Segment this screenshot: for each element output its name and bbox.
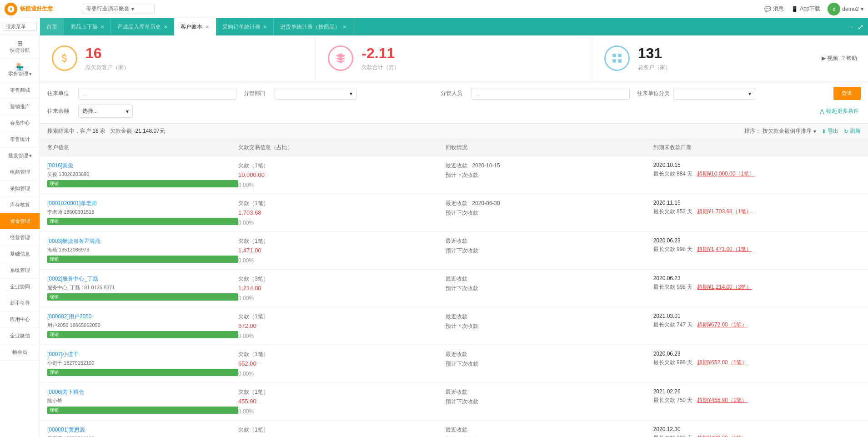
filter-select-balance[interactable]: 选择... ▾ bbox=[78, 105, 133, 118]
sidebar-item-inventory[interactable]: 库存核算 bbox=[0, 197, 40, 213]
search-button[interactable]: 查询 bbox=[833, 87, 861, 100]
stat-card-debt-customers: 16 总欠款客户（家） bbox=[40, 35, 316, 81]
help-btn[interactable]: ? 帮助 bbox=[842, 55, 857, 62]
customer-name-1[interactable]: [0001020001]孝老师 bbox=[47, 200, 238, 207]
sidebar-item-member[interactable]: 会员中心 bbox=[0, 115, 40, 131]
customer-name-4[interactable]: [000002]用户2050 bbox=[47, 313, 238, 321]
recovery-info-7: 最近收款 预计下次收款 bbox=[446, 426, 653, 437]
customer-phone-4: 用户2050 18665062050 bbox=[47, 322, 238, 329]
tab-close-purchase-stats[interactable]: × bbox=[263, 23, 267, 30]
stat-icon-total-customers bbox=[603, 45, 631, 72]
message-btn[interactable]: 💬 消息 bbox=[764, 5, 784, 13]
sidebar-item-ecommerce[interactable]: 电商管理 bbox=[0, 164, 40, 181]
sidebar-item-newbie[interactable]: 新手引导 bbox=[0, 295, 40, 311]
top-bar: 畅捷通好生意 母婴行业演示账套 ▾ 💬 消息 📱 App下载 d demo2 ▾ bbox=[0, 0, 868, 18]
tab-product-shelf[interactable]: 商品上下架 × bbox=[64, 18, 111, 35]
sidebar-item-finance[interactable]: 资金管理 bbox=[0, 213, 40, 230]
overdue-date-3: 2020.06.23 bbox=[653, 275, 861, 281]
tab-product-history[interactable]: 产成品入库单历史 × bbox=[111, 18, 174, 35]
overdue-info-7: 2020.12.30 最长欠款 808 天 超期¥429.00（1笔） bbox=[653, 426, 861, 437]
sidebar-item-marketing[interactable]: 营销推广 bbox=[0, 99, 40, 115]
debt-amount-2: 1,471.00 bbox=[238, 247, 446, 254]
sidebar-item-wechat[interactable]: 企业微信 bbox=[0, 328, 40, 344]
filter-field-balance: 往来余额 选择... ▾ bbox=[47, 105, 426, 118]
overdue-link-4[interactable]: 超期¥672.00（1笔） bbox=[697, 321, 747, 328]
customer-name-5[interactable]: [0007]小进干 bbox=[47, 351, 238, 358]
sidebar-item-basic[interactable]: 基础信息 bbox=[0, 246, 40, 262]
minimize-btn[interactable]: － bbox=[847, 22, 854, 32]
filter-input-person[interactable]: ... bbox=[472, 88, 630, 100]
sidebar-item-quick-nav[interactable]: ⊞ 快捷导航 bbox=[0, 35, 40, 59]
filter-label-dept: 分管部门 bbox=[244, 90, 271, 97]
overdue-link-3[interactable]: 超期¥1,214.00（3笔） bbox=[697, 284, 752, 290]
sidebar-search-input[interactable] bbox=[3, 22, 37, 31]
content-area: 首页 商品上下架 × 产成品入库单历史 × 客户账本 × 采购订单统计表 × bbox=[40, 18, 868, 437]
tab-close-product-shelf[interactable]: × bbox=[100, 23, 104, 30]
sidebar-item-retail-mgmt[interactable]: 🏪 零售管理 ▾ bbox=[0, 59, 40, 82]
col-header-recovery: 回收情况 bbox=[446, 144, 653, 151]
customer-tag-5: 现销 bbox=[47, 369, 238, 376]
overdue-date-1: 2020.11.15 bbox=[653, 200, 861, 206]
customer-name-7[interactable]: [000001]黄思源 bbox=[47, 426, 238, 434]
customer-name-6[interactable]: [0006]去下粮仓 bbox=[47, 388, 238, 396]
tab-purchase-stats[interactable]: 采购订单统计表 × bbox=[216, 18, 274, 35]
sidebar-item-enterprise[interactable]: 企业协同 bbox=[0, 279, 40, 295]
recovery-info-1: 最近收款 2020-06-30 预计下次收款 bbox=[446, 200, 653, 217]
customer-phone-5: 小进干 18279152100 bbox=[47, 360, 238, 367]
overdue-link-6[interactable]: 超期¥455.90（1笔） bbox=[697, 397, 747, 403]
results-bar: 搜索结果中，客户 16 家 欠款金额 -21,148.07元 排序： 按欠款金额… bbox=[40, 124, 868, 139]
export-btn[interactable]: ⬇ 导出 bbox=[822, 127, 838, 135]
customer-name-3[interactable]: [0002]服务中心_丁磊 bbox=[47, 275, 238, 283]
filter-select-category[interactable]: ▾ bbox=[673, 88, 755, 100]
sidebar-item-business[interactable]: 经营管理 bbox=[0, 230, 40, 246]
filter-label-category: 往来单位分类 bbox=[637, 90, 670, 97]
tab-purchase-summary[interactable]: 进货单统计表（按商品） × bbox=[274, 18, 353, 35]
customer-tag-1: 现销 bbox=[47, 218, 238, 225]
video-btn[interactable]: ▶ 视频 bbox=[822, 55, 838, 62]
overdue-link-2[interactable]: 超期¥1,471.00（1笔） bbox=[697, 246, 752, 252]
table-row: [0001020001]孝老师 李老师 18600391516 现销 欠款（1笔… bbox=[40, 194, 868, 232]
filter-select-dept[interactable]: ▾ bbox=[275, 88, 356, 100]
sidebar-item-retail-store[interactable]: 零售商城 bbox=[0, 82, 40, 99]
recovery-info-5: 最近收款 预计下次收款 bbox=[446, 351, 653, 368]
customer-name-0[interactable]: [0016]吴俊 bbox=[47, 162, 238, 170]
overdue-days-4: 最长欠款 747 天 超期¥672.00（1笔） bbox=[653, 321, 861, 329]
sidebar-item-apps[interactable]: 应用中心 bbox=[0, 311, 40, 328]
overdue-link-1[interactable]: 超期¥1,703.68（1笔） bbox=[697, 208, 752, 215]
filter-input-unit[interactable]: ... bbox=[78, 88, 236, 100]
filter-field-person: 分管人员 ... bbox=[441, 88, 630, 100]
maximize-btn[interactable]: ⤢ bbox=[858, 23, 863, 31]
sort-selector[interactable]: 排序： 按欠款金额倒序排序 ▾ bbox=[744, 127, 816, 135]
collapse-filters-btn[interactable]: ⋀ 收起更多条件 bbox=[818, 105, 861, 117]
svg-rect-2 bbox=[612, 59, 616, 63]
overdue-link-0[interactable]: 超期¥10,000.00（1笔） bbox=[697, 171, 755, 177]
app-download-btn[interactable]: 📱 App下载 bbox=[791, 5, 820, 13]
stat-label-debt-customers: 总欠款客户（家） bbox=[85, 64, 129, 71]
debt-count-6: 欠款（1笔） bbox=[238, 388, 446, 396]
customer-info-4: [000002]用户2050 用户2050 18665062050 现销 bbox=[47, 313, 238, 338]
debt-info-0: 欠款（1笔） 10,000.00 0.00% bbox=[238, 162, 446, 188]
overdue-link-7[interactable]: 超期¥429.00（1笔） bbox=[697, 435, 747, 437]
user-menu[interactable]: d demo2 ▾ bbox=[828, 3, 863, 15]
company-selector[interactable]: 母婴行业演示账套 ▾ bbox=[82, 4, 155, 14]
tab-close-purchase-summary[interactable]: × bbox=[343, 23, 346, 30]
refresh-btn[interactable]: ↻ 刷新 bbox=[844, 127, 861, 135]
customer-tag-6: 现销 bbox=[47, 407, 238, 414]
tab-home[interactable]: 首页 bbox=[40, 18, 64, 35]
tab-close-product-history[interactable]: × bbox=[164, 23, 167, 30]
sidebar-item-purchase[interactable]: 采购管理 bbox=[0, 181, 40, 197]
sidebar-item-batch-mgmt[interactable]: 批发管理 ▾ bbox=[0, 148, 40, 164]
tab-customer-account[interactable]: 客户账本 × bbox=[174, 18, 216, 35]
debt-ratio-3: 0.00% bbox=[238, 295, 446, 301]
customer-name-2[interactable]: [0003]畅捷服务尹海燕 bbox=[47, 237, 238, 245]
sidebar-item-retail-stats[interactable]: 零售统计 bbox=[0, 131, 40, 148]
debt-info-5: 欠款（1笔） 652.00 0.00% bbox=[238, 351, 446, 377]
sidebar-item-system[interactable]: 系统管理 bbox=[0, 262, 40, 279]
overdue-link-5[interactable]: 超期¥652.00（1笔） bbox=[697, 359, 747, 366]
customer-phone-0: 吴俊 13026203696 bbox=[47, 171, 238, 178]
tab-close-customer-account[interactable]: × bbox=[205, 23, 209, 30]
debt-ratio-5: 0.00% bbox=[238, 371, 446, 377]
filter-field-category: 往来单位分类 ▾ bbox=[637, 88, 826, 100]
debt-count-5: 欠款（1笔） bbox=[238, 351, 446, 358]
sidebar-item-vip[interactable]: 畅会员 bbox=[0, 344, 40, 361]
